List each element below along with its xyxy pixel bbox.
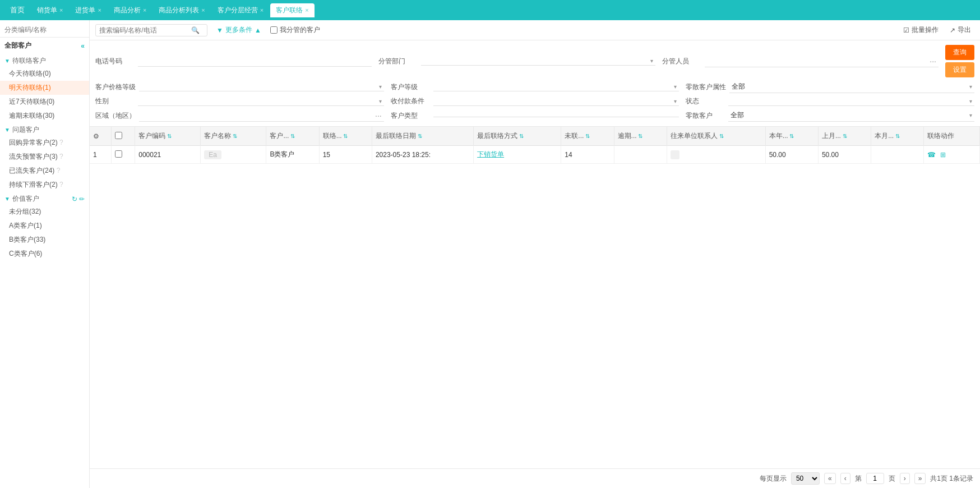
- nav-home[interactable]: 首页: [4, 3, 30, 17]
- last-page-btn[interactable]: »: [914, 473, 926, 484]
- customer-type-label: 客户类型: [391, 111, 430, 121]
- col-overdue[interactable]: 逾期...: [614, 127, 667, 146]
- sidebar-item-tomorrow[interactable]: 明天待联络(1): [0, 81, 89, 95]
- region-select[interactable]: ···: [139, 110, 384, 122]
- sidebar-item-churn-warning[interactable]: 流失预警客户(3) ?: [0, 150, 89, 164]
- first-page-btn[interactable]: «: [824, 473, 836, 484]
- dept-select[interactable]: ▾: [421, 57, 655, 66]
- table-header: ⚙ 客户编码 客户名称 客户... 联络... 最后联络日期 最后联络方式 未联…: [90, 127, 980, 146]
- customer-level-select[interactable]: ▾: [433, 82, 679, 91]
- nav-close-product-analysis[interactable]: ×: [143, 7, 146, 13]
- status-label: 状态: [686, 96, 725, 106]
- sidebar-item-declining[interactable]: 持续下滑客户(2) ?: [0, 178, 89, 192]
- filter-phone: 电话号码: [95, 56, 372, 67]
- nav-sales-order[interactable]: 销货单 ×: [31, 3, 68, 17]
- col-this-year[interactable]: 本年...: [765, 127, 818, 146]
- page-number-input[interactable]: [866, 473, 884, 484]
- triangle-icon-3: ▼: [4, 196, 10, 202]
- sidebar-item-c-class[interactable]: C类客户(6): [0, 247, 89, 261]
- top-nav: 首页 销货单 × 进货单 × 商品分析 × 商品分析列表 × 客户分层经营 × …: [0, 0, 980, 20]
- person-select[interactable]: ···: [705, 56, 939, 67]
- export-btn[interactable]: ↗ 导出: [946, 24, 974, 36]
- row-action: ☎ ⊞: [924, 146, 980, 164]
- per-page-select[interactable]: 50 20 100: [791, 472, 820, 485]
- more-conditions-btn[interactable]: ▼ 更多条件 ▲: [212, 24, 266, 36]
- sidebar-item-ungrouped[interactable]: 未分组(32): [0, 205, 89, 219]
- filter-retail-customer: 零散客户 全部 ▾: [686, 109, 974, 122]
- col-gear[interactable]: ⚙: [90, 127, 111, 146]
- page-suffix: 页: [889, 474, 895, 484]
- batch-operate-btn[interactable]: ☑ 批量操作: [900, 24, 942, 36]
- nav-close-sales-order[interactable]: ×: [59, 7, 63, 13]
- sidebar-item-overdue[interactable]: 逾期未联络(30): [0, 109, 89, 123]
- filter-row-4: 区域（地区） ··· 客户类型 零散客户 全部 ▾: [95, 109, 974, 122]
- row-last-contact-method[interactable]: 下销货单: [474, 146, 561, 164]
- action-phone-icon[interactable]: ☎: [927, 151, 936, 159]
- filter-region: 区域（地区） ···: [95, 110, 384, 122]
- my-customers-checkbox-label[interactable]: 我分管的客户: [270, 25, 320, 35]
- my-customers-label: 我分管的客户: [280, 25, 320, 35]
- set-button[interactable]: 设置: [945, 62, 974, 77]
- row-index: 1: [90, 146, 111, 164]
- sidebar-search-input[interactable]: [4, 26, 89, 34]
- col-customer-code[interactable]: 客户编码: [135, 127, 201, 146]
- phone-input[interactable]: [138, 56, 372, 67]
- all-customers-header[interactable]: 全部客户 «: [0, 38, 89, 54]
- nav-product-analysis[interactable]: 商品分析 ×: [108, 3, 152, 17]
- row-checkbox-cell[interactable]: [111, 146, 135, 164]
- col-last-contact-date[interactable]: 最后联络日期: [372, 127, 473, 146]
- search-box[interactable]: 🔍: [95, 24, 207, 36]
- payment-select[interactable]: ▾: [433, 97, 679, 106]
- sidebar-category-problem[interactable]: ▼ 问题客户: [0, 123, 89, 136]
- nav-purchase-order[interactable]: 进货单 ×: [70, 3, 107, 17]
- retail-attr-select[interactable]: 全部 ▾: [729, 81, 974, 93]
- last-contact-method-link[interactable]: 下销货单: [477, 150, 504, 158]
- dots-icon-person[interactable]: ···: [930, 57, 936, 66]
- row-checkbox[interactable]: [115, 150, 122, 158]
- dots-icon-region[interactable]: ···: [375, 111, 382, 120]
- nav-product-analysis-list[interactable]: 商品分析列表 ×: [153, 3, 210, 17]
- nav-close-customer-tier[interactable]: ×: [260, 7, 264, 13]
- sidebar-collapse-icon[interactable]: «: [81, 42, 85, 50]
- nav-close-customer-contact[interactable]: ×: [305, 7, 308, 13]
- col-last-month[interactable]: 上月...: [818, 127, 871, 146]
- query-button[interactable]: 查询: [945, 45, 974, 60]
- col-unit-contact[interactable]: 往来单位联系人: [667, 127, 765, 146]
- search-icon[interactable]: 🔍: [191, 26, 200, 34]
- col-customer-name[interactable]: 客户名称: [201, 127, 266, 146]
- prev-page-btn[interactable]: ‹: [840, 473, 850, 484]
- col-checkbox[interactable]: [111, 127, 135, 146]
- customer-type-select[interactable]: [433, 114, 679, 117]
- sidebar-item-a-class[interactable]: A类客户(1): [0, 219, 89, 233]
- nav-customer-tier[interactable]: 客户分层经营 ×: [212, 3, 269, 17]
- price-level-select[interactable]: ▾: [139, 82, 384, 91]
- sidebar-item-b-class[interactable]: B类客户(33): [0, 233, 89, 247]
- chevron-down-icon-dept: ▾: [650, 58, 653, 64]
- gender-select[interactable]: ▾: [138, 97, 384, 106]
- select-all-checkbox[interactable]: [115, 132, 122, 139]
- my-customers-checkbox[interactable]: [270, 26, 278, 34]
- action-grid-icon[interactable]: ⊞: [940, 151, 946, 159]
- row-customer-name[interactable]: Ea: [201, 146, 266, 164]
- col-contact[interactable]: 联络...: [319, 127, 372, 146]
- sidebar-item-7days[interactable]: 近7天待联络(0): [0, 95, 89, 109]
- col-last-contact-method[interactable]: 最后联络方式: [474, 127, 561, 146]
- col-customer-type[interactable]: 客户...: [266, 127, 319, 146]
- chevron-down-icon-gender: ▾: [379, 98, 382, 104]
- nav-close-purchase-order[interactable]: ×: [98, 7, 101, 13]
- retail-customer-select[interactable]: 全部 ▾: [728, 109, 974, 122]
- sidebar-item-repurchase-abnormal[interactable]: 回购异常客户(2) ?: [0, 136, 89, 150]
- search-input[interactable]: [99, 26, 189, 34]
- sidebar-item-churned[interactable]: 已流失客户(24) ?: [0, 164, 89, 178]
- col-uncontacted[interactable]: 未联...: [561, 127, 614, 146]
- next-page-btn[interactable]: ›: [900, 473, 910, 484]
- sidebar-category-value[interactable]: ▼ 价值客户 ↻ ✏: [0, 192, 89, 205]
- nav-close-product-analysis-list[interactable]: ×: [201, 7, 205, 13]
- col-this-month[interactable]: 本月...: [871, 127, 924, 146]
- sidebar-item-today[interactable]: 今天待联络(0): [0, 67, 89, 81]
- nav-customer-contact[interactable]: 客户联络 ×: [270, 3, 314, 17]
- chevron-down-icon-retail-attr: ▾: [969, 84, 972, 90]
- customer-name-blurred: Ea: [204, 150, 221, 159]
- status-select[interactable]: ▾: [728, 97, 974, 106]
- sidebar-category-pending[interactable]: ▼ 待联络客户: [0, 54, 89, 67]
